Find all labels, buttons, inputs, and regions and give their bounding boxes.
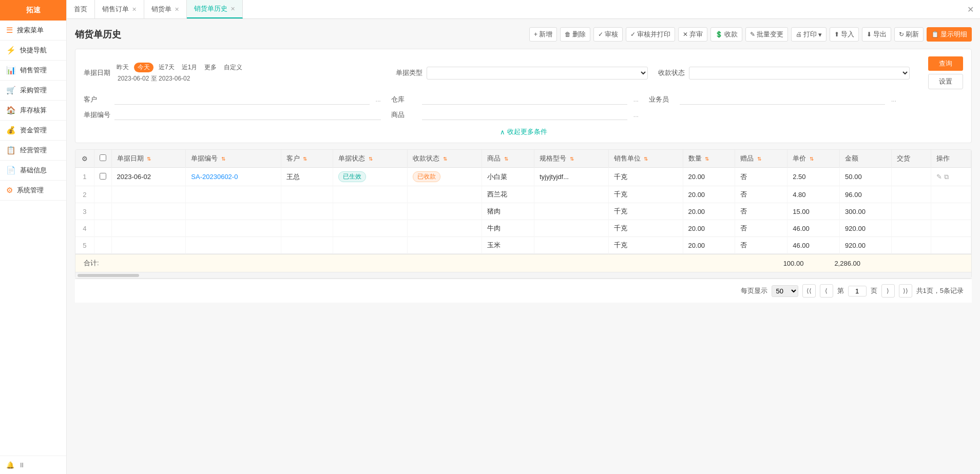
row-actions-4[interactable] (931, 237, 971, 254)
row-actions-1[interactable] (931, 186, 971, 203)
tab-sales-order-close[interactable]: ✕ (132, 6, 137, 13)
gift-sort-icon[interactable]: ⇅ (757, 156, 761, 162)
doc-number-input[interactable] (114, 110, 381, 120)
row-number-1[interactable] (186, 186, 281, 203)
row-actions-2[interactable] (931, 203, 971, 220)
quantity-sort-icon[interactable]: ⇅ (705, 156, 709, 162)
pause-icon[interactable]: ⏸ (18, 461, 25, 469)
col-checkbox[interactable] (94, 150, 111, 168)
audit-print-button[interactable]: ✓ 审核并打印 (626, 27, 675, 42)
goods-input[interactable] (422, 110, 627, 120)
doc-status-sort-icon[interactable]: ⇅ (369, 156, 373, 162)
row-checkbox-0[interactable] (94, 168, 111, 186)
goods-sort-icon[interactable]: ⇅ (504, 156, 508, 162)
tab-sales-history[interactable]: 销货单历史 ✕ (187, 0, 243, 18)
tab-sales-goods-close[interactable]: ✕ (175, 6, 179, 13)
notification-icon[interactable]: 🔔 (6, 461, 14, 469)
copy-icon[interactable]: ⧉ (944, 173, 949, 181)
number-sort-icon[interactable]: ⇅ (221, 156, 225, 162)
filter-item-date: 单据日期 昨天 今天 近7天 近1月 更多 自定义 2023-06-02 至 2… (84, 63, 386, 83)
row-gift-1: 否 (735, 186, 787, 203)
warehouse-input[interactable] (422, 94, 627, 105)
row-checkbox-1[interactable] (94, 186, 111, 203)
row-number-3[interactable] (186, 220, 281, 237)
row-date-1 (111, 186, 186, 203)
date-sort-icon[interactable]: ⇅ (147, 156, 151, 162)
collect-button[interactable]: 💲 收款 (710, 27, 742, 42)
row-actions-3[interactable] (931, 220, 971, 237)
import-button[interactable]: ⬆ 导入 (830, 27, 859, 42)
per-page-select[interactable]: 50 100 200 (772, 285, 798, 297)
collect-status-select[interactable] (689, 67, 910, 80)
goods-more-icon[interactable]: ... (633, 111, 639, 118)
sidebar-item-quick-nav[interactable]: ⚡ 快捷导航 (0, 41, 66, 61)
search-menu-icon: ☰ (6, 26, 13, 35)
audit-button[interactable]: ✓ 审核 (593, 27, 623, 42)
show-detail-button[interactable]: 📋 显示明细 (927, 27, 972, 42)
customer-input[interactable] (114, 94, 370, 105)
tab-home[interactable]: 首页 (67, 0, 95, 18)
salesperson-more-icon[interactable]: ... (891, 96, 896, 103)
goods-label: 商品 (391, 110, 418, 120)
abandon-button[interactable]: ✕ 弃审 (678, 27, 707, 42)
row-actions-0[interactable]: ✎⧉ (931, 168, 971, 186)
shortcut-custom[interactable]: 自定义 (222, 63, 244, 72)
salesperson-input[interactable] (680, 94, 885, 105)
sidebar-item-sales-mgmt[interactable]: 📊 销售管理 (0, 61, 66, 81)
refresh-button[interactable]: ↻ 刷新 (894, 27, 924, 42)
sidebar-item-purchase-mgmt[interactable]: 🛒 采购管理 (0, 81, 66, 101)
collapse-button[interactable]: ∧ 收起更多条件 (84, 125, 963, 139)
sidebar-item-inventory-calc[interactable]: 🏠 库存核算 (0, 101, 66, 121)
doc-type-label: 单据类型 (396, 68, 422, 77)
first-page-button[interactable]: ⟨⟨ (802, 284, 816, 298)
export-button[interactable]: ⬇ 导出 (862, 27, 891, 42)
set-button[interactable]: 设置 (928, 74, 963, 89)
doc-type-select[interactable] (427, 67, 647, 80)
col-settings[interactable]: ⚙ (75, 150, 94, 168)
tab-sales-order[interactable]: 销售订单 ✕ (95, 0, 144, 18)
row-checkbox-4[interactable] (94, 237, 111, 254)
sidebar-bottom: 🔔 ⏸ (0, 456, 66, 474)
edit-icon[interactable]: ✎ (936, 173, 942, 181)
sidebar-item-sys-mgmt[interactable]: ⚙ 系统管理 (0, 181, 66, 201)
customer-more-icon[interactable]: ... (376, 96, 381, 103)
unit-price-sort-icon[interactable]: ⇅ (810, 156, 814, 162)
select-all-checkbox[interactable] (100, 154, 106, 161)
warehouse-more-icon[interactable]: ... (633, 96, 639, 103)
close-all-button[interactable]: ✕ (961, 5, 980, 14)
row-number-2[interactable] (186, 203, 281, 220)
customer-sort-icon[interactable]: ⇅ (303, 156, 307, 162)
scroll-bar-thumb[interactable] (78, 274, 139, 277)
print-button[interactable]: 🖨 打印 ▾ (791, 27, 827, 42)
row-number-4[interactable] (186, 237, 281, 254)
query-button[interactable]: 查询 (928, 56, 963, 71)
page-number-input[interactable] (848, 286, 867, 297)
next-page-button[interactable]: ⟩ (881, 284, 895, 298)
shortcut-more[interactable]: 更多 (202, 63, 219, 72)
last-page-button[interactable]: ⟩⟩ (899, 284, 912, 298)
row-checkbox-3[interactable] (94, 220, 111, 237)
sidebar-item-search-menu[interactable]: ☰ 搜索菜单 (0, 21, 66, 41)
spec-sort-icon[interactable]: ⇅ (570, 156, 574, 162)
row-checkbox-2[interactable] (94, 203, 111, 220)
collect-status-sort-icon[interactable]: ⇅ (443, 156, 447, 162)
sidebar-item-basic-info[interactable]: 📄 基础信息 (0, 161, 66, 181)
settings-gear-icon[interactable]: ⚙ (82, 155, 88, 163)
col-transaction: 交货 (891, 150, 931, 168)
scroll-bar-area[interactable] (75, 272, 971, 278)
row-number-0[interactable]: SA-20230602-0 (186, 168, 281, 186)
sidebar-item-fund-mgmt[interactable]: 💰 资金管理 (0, 121, 66, 141)
audit-icon: ✓ (598, 31, 603, 38)
tab-sales-history-close[interactable]: ✕ (230, 6, 235, 12)
shortcut-today[interactable]: 今天 (134, 63, 153, 72)
batch-change-button[interactable]: ✎ 批量变更 (745, 27, 788, 42)
shortcut-last7days[interactable]: 近7天 (157, 63, 177, 72)
sidebar-item-ops-mgmt[interactable]: 📋 经营管理 (0, 141, 66, 161)
delete-button[interactable]: 🗑 删除 (560, 27, 590, 42)
shortcut-yesterday[interactable]: 昨天 (114, 63, 131, 72)
tab-sales-goods[interactable]: 销货单 ✕ (144, 0, 187, 18)
prev-page-button[interactable]: ⟨ (820, 284, 833, 298)
shortcut-last1month[interactable]: 近1月 (180, 63, 200, 72)
unit-sort-icon[interactable]: ⇅ (644, 156, 648, 162)
new-button[interactable]: + 新增 (529, 27, 557, 42)
